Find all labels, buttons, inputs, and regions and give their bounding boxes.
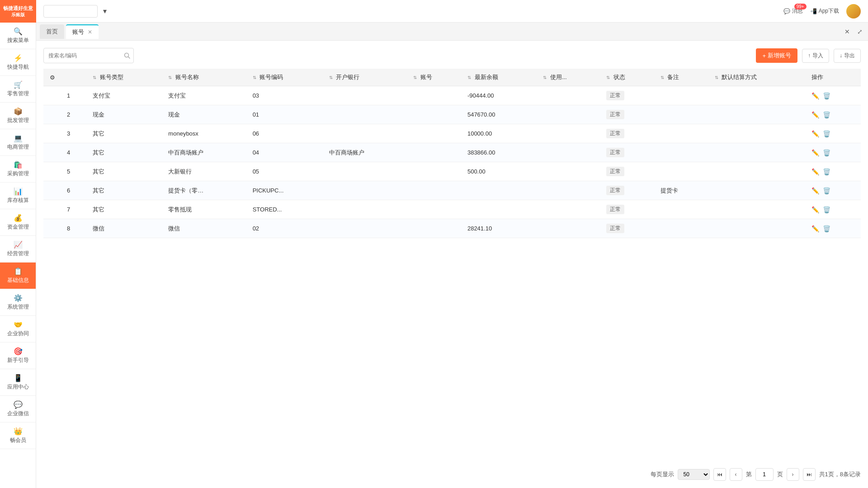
col-bank[interactable]: 开户银行 [324,69,408,86]
inventory-icon: 📊 [14,187,23,196]
wholesale-icon: 📦 [14,107,23,116]
sidebar-item-enterprise-wechat[interactable]: 💬 企业微信 [0,396,36,422]
row-action-cell: ✏️ 🗑️ [806,105,861,124]
delete-button[interactable]: 🗑️ [823,130,830,137]
delete-button[interactable]: 🗑️ [823,225,830,232]
row-balance-cell: 547670.00 [462,105,538,124]
col-account-name-label: 账号名称 [175,74,199,80]
sidebar-item-app-center[interactable]: 📱 应用中心 [0,369,36,396]
pagination-total: 共1页，8条记录 [819,470,861,479]
sidebar-item-label: 零售管理 [7,90,29,98]
row-account-cell [408,162,462,181]
header-right: 💬 消息 99+ 📲 App下载 [783,4,861,19]
edit-button[interactable]: ✏️ [811,187,819,194]
sidebar-item-quick-nav[interactable]: ⚡ 快捷导航 [0,49,36,76]
row-index-cell: 4 [61,143,87,162]
tab-close-icon[interactable]: ✕ [88,29,92,35]
edit-button[interactable]: ✏️ [811,111,819,118]
row-index-cell: 1 [61,86,87,105]
sidebar-item-inventory[interactable]: 📊 库存核算 [0,183,36,209]
action-btns: ✏️ 🗑️ [811,187,855,194]
col-settings[interactable]: ⚙ [43,69,61,86]
sidebar-item-label: 搜索菜单 [7,37,29,44]
search-button[interactable] [121,48,133,63]
row-default-settle-cell [709,219,807,238]
row-action-cell: ✏️ 🗑️ [806,143,861,162]
edit-button[interactable]: ✏️ [811,206,819,213]
row-settings-cell [43,181,61,200]
edit-button[interactable]: ✏️ [811,225,819,232]
sidebar-item-wholesale-mgmt[interactable]: 📦 批发管理 [0,103,36,129]
col-account[interactable]: 账号 [408,69,462,86]
ecommerce-icon: 💻 [14,134,23,142]
col-account-code[interactable]: 账号编码 [247,69,324,86]
message-button[interactable]: 💬 消息 99+ [783,7,803,15]
delete-button[interactable]: 🗑️ [823,149,830,156]
tab-home[interactable]: 首页 [40,24,64,39]
retail-icon: 🛒 [14,80,23,89]
app-download-button[interactable]: 📲 App下载 [810,7,839,15]
delete-button[interactable]: 🗑️ [823,92,830,99]
sidebar-item-basic-info[interactable]: 📋 基础信息 [0,263,36,289]
sidebar-item-search-menu[interactable]: 🔍 搜索菜单 [0,23,36,49]
tab-window-close[interactable]: ✕ [843,27,852,36]
page-num-input[interactable] [755,468,774,481]
sidebar-item-ecommerce[interactable]: 💻 电商管理 [0,129,36,156]
sidebar-item-system[interactable]: ⚙️ 系统管理 [0,289,36,316]
sidebar-item-operations[interactable]: 📈 经营管理 [0,236,36,263]
col-action: 操作 [806,69,861,86]
page-first-button[interactable]: ⏮ [713,468,726,481]
col-usage[interactable]: 使用... [538,69,601,86]
status-badge: 正常 [606,110,624,119]
edit-button[interactable]: ✏️ [811,149,819,156]
row-code-cell: 03 [247,86,324,105]
row-usage-cell [538,143,601,162]
col-account-type[interactable]: 账号类型 [87,69,163,86]
col-status[interactable]: 状态 [601,69,655,86]
col-account-name[interactable]: 账号名称 [163,69,247,86]
add-account-button[interactable]: + 新增账号 [756,48,797,63]
page-last-button[interactable]: ⏭ [803,468,816,481]
tab-account[interactable]: 账号 ✕ [66,24,99,39]
col-remark[interactable]: 备注 [655,69,709,86]
delete-button[interactable]: 🗑️ [823,187,830,194]
action-btns: ✏️ 🗑️ [811,149,855,156]
col-default-settle[interactable]: 默认结算方式 [709,69,807,86]
dropdown-button[interactable]: ▾ [103,7,107,15]
delete-button[interactable]: 🗑️ [823,168,830,175]
row-name-cell: 中百商场账户 [163,143,247,162]
search-input[interactable] [44,50,121,61]
sidebar-item-vip-member[interactable]: 👑 畅会员 [0,422,36,449]
delete-button[interactable]: 🗑️ [823,206,830,213]
status-badge: 正常 [606,186,624,195]
page-prev-button[interactable]: ‹ [730,468,742,481]
row-status-cell: 正常 [601,86,655,105]
export-button[interactable]: ↓ 导出 [834,49,861,63]
page-next-button[interactable]: › [787,468,799,481]
sidebar-item-enterprise-agreement[interactable]: 🤝 企业协同 [0,316,36,343]
sidebar-item-retail-mgmt[interactable]: 🛒 零售管理 [0,76,36,103]
edit-button[interactable]: ✏️ [811,168,819,175]
row-bank-cell: 中百商场账户 [324,143,408,162]
page-size-select[interactable]: 50 20 100 [678,469,710,480]
user-avatar[interactable] [846,4,861,19]
row-type-cell: 其它 [87,124,163,143]
new-guide-icon: 🎯 [14,347,23,356]
top-search-input[interactable] [43,5,98,18]
sidebar-nav: 🔍 搜索菜单 ⚡ 快捷导航 🛒 零售管理 📦 批发管理 💻 电商管理 🛍️ 采购… [0,23,36,488]
action-btns: ✏️ 🗑️ [811,130,855,137]
sidebar-item-new-guide[interactable]: 🎯 新手引导 [0,343,36,369]
row-remark-cell [655,162,709,181]
col-balance[interactable]: 最新余额 [462,69,538,86]
status-badge: 正常 [606,129,624,138]
edit-button[interactable]: ✏️ [811,92,819,99]
app-download-icon: 📲 [810,8,817,14]
status-badge: 正常 [606,91,624,100]
tab-window-restore[interactable]: ⤢ [855,27,864,36]
import-button[interactable]: ↑ 导入 [802,49,829,63]
col-action-label: 操作 [811,74,823,80]
edit-button[interactable]: ✏️ [811,130,819,137]
delete-button[interactable]: 🗑️ [823,111,830,118]
sidebar-item-purchase[interactable]: 🛍️ 采购管理 [0,156,36,183]
sidebar-item-finance[interactable]: 💰 资金管理 [0,209,36,236]
